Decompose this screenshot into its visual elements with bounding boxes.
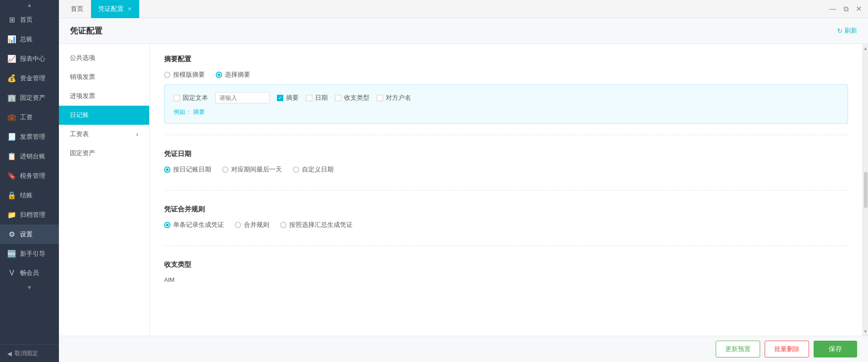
- sidebar-item-tax[interactable]: 🔖 税务管理: [0, 166, 59, 186]
- radio-period-last-day[interactable]: 对应期间最后一天: [222, 166, 282, 174]
- left-nav-payroll[interactable]: 工资表 ›: [59, 125, 149, 144]
- sidebar-item-close[interactable]: 🔒 结账: [0, 186, 59, 205]
- radio-template-summary[interactable]: 按模版摘要: [164, 71, 205, 79]
- radio-custom-date[interactable]: 自定义日期: [293, 166, 334, 174]
- left-nav: 公共选项 销项发票 进项发票 日记账 工资表 › 固定资产: [59, 44, 150, 336]
- checkbox-summary-box: [277, 95, 283, 101]
- checkbox-counterparty[interactable]: 对方户名: [377, 94, 411, 102]
- sidebar-scroll-up[interactable]: ▲: [0, 0, 59, 10]
- summary-config-box: 固定文本 摘要 日期: [164, 84, 848, 124]
- home-icon: ⊞: [7, 15, 16, 24]
- atm-label: AtM: [164, 276, 848, 283]
- checkbox-summary[interactable]: 摘要: [277, 94, 299, 102]
- radio-journal-date[interactable]: 按日记账日期: [164, 166, 211, 174]
- refresh-button[interactable]: ↻ 刷新: [837, 27, 857, 35]
- payment-type-title: 收支类型: [164, 260, 848, 269]
- tab-home[interactable]: 首页: [63, 0, 91, 18]
- sidebar-scroll-down[interactable]: ▼: [0, 283, 59, 293]
- pin-icon: ◀: [7, 350, 12, 357]
- vip-icon: V: [7, 269, 16, 277]
- sidebar-item-archive[interactable]: 📁 归档管理: [0, 205, 59, 225]
- radio-merge-rule[interactable]: 合并规则: [235, 221, 269, 229]
- left-nav-sales-invoice[interactable]: 销项发票: [59, 68, 149, 87]
- page-header: 凭证配置 ↻ 刷新: [59, 18, 868, 44]
- radio-summary-generate[interactable]: 按照选择汇总生成凭证: [280, 221, 353, 229]
- refresh-icon: ↻: [837, 27, 843, 34]
- radio-template-circle: [164, 72, 170, 78]
- summary-section: 摘要配置 按模版摘要 选择摘要: [164, 55, 848, 135]
- date-radio-group: 按日记账日期 对应期间最后一天 自定义日期: [164, 166, 848, 174]
- left-nav-purchase-invoice[interactable]: 进项发票: [59, 87, 149, 106]
- sidebar-item-ledger[interactable]: 📊 总账: [0, 29, 59, 49]
- radio-select-circle: [216, 72, 222, 78]
- summary-section-title: 摘要配置: [164, 55, 848, 64]
- sidebar-item-salary[interactable]: 💼 工资: [0, 108, 59, 127]
- radio-summary-generate-circle: [280, 222, 286, 228]
- left-nav-public[interactable]: 公共选项: [59, 49, 149, 68]
- close-accounts-icon: 🔒: [7, 191, 16, 200]
- tab-close-button[interactable]: ✕: [127, 6, 132, 12]
- radio-select-summary[interactable]: 选择摘要: [216, 71, 250, 79]
- scroll-up-arrow[interactable]: ▲: [863, 44, 868, 53]
- assets-icon: 🏢: [7, 93, 16, 102]
- radio-single-record-circle: [164, 222, 170, 228]
- date-section-title: 凭证日期: [164, 150, 848, 158]
- invoice-icon: 🧾: [7, 132, 16, 141]
- payment-type-section: 收支类型 AtM: [164, 260, 848, 294]
- save-button[interactable]: 保存: [814, 341, 857, 357]
- archive-icon: 📁: [7, 210, 16, 219]
- close-window-button[interactable]: ✕: [854, 4, 863, 14]
- sidebar-item-invoice[interactable]: 🧾 发票管理: [0, 127, 59, 147]
- merge-rule-radio-group: 单条记录生成凭证 合并规则 按照选择汇总生成凭证: [164, 221, 848, 229]
- main-content: 摘要配置 按模版摘要 选择摘要: [150, 44, 863, 336]
- checkbox-counterparty-box: [377, 95, 383, 101]
- sidebar-item-settings[interactable]: ⚙ 设置: [0, 225, 59, 244]
- radio-period-last-day-circle: [222, 166, 228, 173]
- checkbox-fixed-text[interactable]: 固定文本: [174, 94, 208, 102]
- funds-icon: 💰: [7, 74, 16, 83]
- example-text: 例如： 摘要: [174, 108, 839, 116]
- checkbox-fixed-text-box: [174, 95, 180, 101]
- sidebar-item-assets[interactable]: 🏢 固定资产: [0, 88, 59, 108]
- reports-icon: 📈: [7, 54, 16, 63]
- summary-radio-group: 按模版摘要 选择摘要: [164, 71, 848, 79]
- ledger-icon: 📊: [7, 35, 16, 44]
- window-controls: — ⧉ ✕: [827, 4, 863, 14]
- page-title: 凭证配置: [70, 25, 102, 36]
- merge-rule-section: 凭证合并规则 单条记录生成凭证 合并规则 按照选择汇总生成凭证: [164, 205, 848, 246]
- minimize-button[interactable]: —: [827, 4, 838, 14]
- checkbox-payment-type[interactable]: 收支类型: [335, 94, 369, 102]
- sidebar: ▲ ⊞ 首页 📊 总账 📈 报表中心 💰 资金管理 🏢 固定资产 💼 工资 🧾 …: [0, 0, 59, 362]
- main-area: 首页 凭证配置 ✕ — ⧉ ✕ 凭证配置 ↻ 刷新 公共选项: [59, 0, 868, 362]
- date-section: 凭证日期 按日记账日期 对应期间最后一天 自定义日期: [164, 150, 848, 191]
- content-area: 凭证配置 ↻ 刷新 公共选项 销项发票 进项发票 日记账: [59, 18, 868, 362]
- sidebar-item-home[interactable]: ⊞ 首页: [0, 10, 59, 29]
- update-preview-button[interactable]: 更新预置: [716, 341, 760, 357]
- scroll-down-arrow[interactable]: ▼: [863, 327, 868, 336]
- sidebar-item-vip[interactable]: V 畅会员: [0, 264, 59, 283]
- tax-icon: 🔖: [7, 171, 16, 180]
- sidebar-item-funds[interactable]: 💰 资金管理: [0, 68, 59, 88]
- left-nav-fixed-assets[interactable]: 固定资产: [59, 144, 149, 163]
- batch-delete-button[interactable]: 批量删除: [765, 341, 809, 357]
- checkbox-row: 固定文本 摘要 日期: [174, 92, 839, 103]
- fixed-text-input[interactable]: [215, 92, 270, 103]
- merge-rule-title: 凭证合并规则: [164, 205, 848, 214]
- maximize-button[interactable]: ⧉: [842, 4, 850, 14]
- checkbox-payment-type-box: [335, 95, 341, 101]
- unpin-button[interactable]: ◀ 取消固定: [0, 344, 59, 362]
- radio-single-record[interactable]: 单条记录生成凭证: [164, 221, 224, 229]
- checkbox-date[interactable]: 日期: [306, 94, 328, 102]
- radio-journal-date-circle: [164, 166, 170, 173]
- body-layout: 公共选项 销项发票 进项发票 日记账 工资表 › 固定资产: [59, 44, 868, 336]
- chevron-right-icon: ›: [136, 131, 138, 138]
- sidebar-item-reports[interactable]: 📈 报表中心: [0, 49, 59, 68]
- salary-icon: 💼: [7, 113, 16, 122]
- scrollbar-thumb[interactable]: [864, 172, 868, 208]
- tab-voucher-config[interactable]: 凭证配置 ✕: [91, 0, 140, 18]
- left-nav-journal[interactable]: 日记账: [59, 106, 149, 125]
- bottom-action-bar: 更新预置 批量删除 保存: [59, 336, 868, 362]
- sidebar-item-purchase-sales[interactable]: 📋 进销台账: [0, 147, 59, 166]
- settings-icon: ⚙: [7, 230, 16, 239]
- sidebar-item-guide[interactable]: 🆕 新手引导: [0, 244, 59, 264]
